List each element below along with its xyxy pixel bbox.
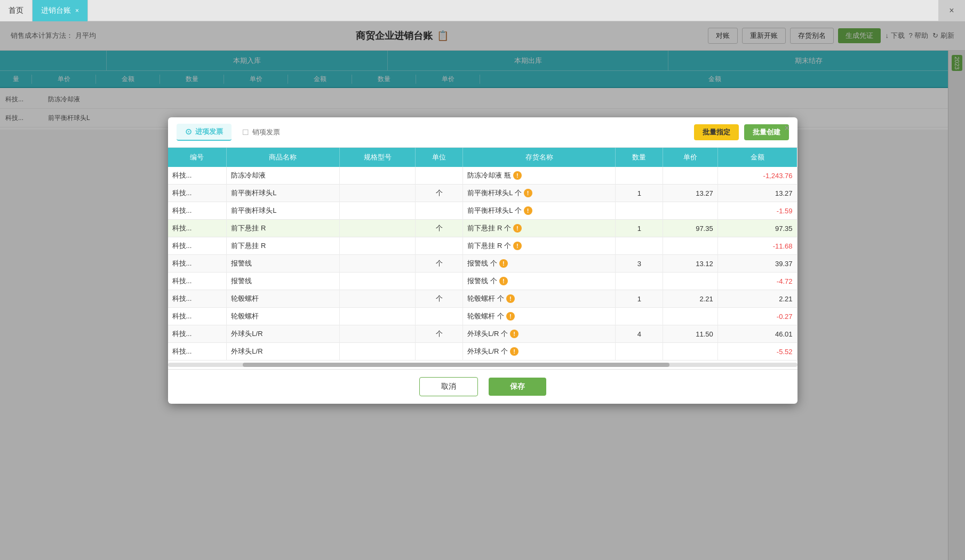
app-container: 首页 进销台账 × × 销售成本计算方法： 月平均 商贸企业进销台账 📋 对账 …: [0, 0, 965, 560]
batch-create-button[interactable]: 批量创建: [744, 124, 789, 140]
table-cell: 1: [616, 290, 663, 308]
table-cell: 前下悬挂 R: [227, 220, 339, 237]
table-row[interactable]: 科技...报警线个报警线 个!313.1239.37: [168, 255, 797, 273]
modal-header-actions: 批量指定 批量创建: [694, 124, 789, 140]
warning-icon: !: [524, 206, 532, 215]
table-cell: [339, 237, 416, 255]
table-cell: 39.37: [717, 255, 797, 273]
table-row[interactable]: 科技...前下悬挂 R前下悬挂 R 个!-11.68: [168, 237, 797, 255]
modal-footer: 取消 保存: [168, 369, 797, 404]
table-row[interactable]: 科技...外球头L/R个外球头L/R 个!411.5046.01: [168, 325, 797, 343]
outgoing-tab-icon: ☐: [242, 128, 249, 137]
scrollbar-thumb[interactable]: [243, 363, 669, 367]
table-cell: [416, 237, 463, 255]
modal-close-button[interactable]: ×: [784, 123, 790, 134]
table-row[interactable]: 科技...报警线报警线 个!-4.72: [168, 273, 797, 290]
tab-ledger[interactable]: 进销台账 ×: [33, 0, 88, 21]
table-cell: 科技...: [168, 290, 227, 308]
warning-icon: !: [510, 347, 519, 356]
table-row[interactable]: 科技...前平衡杆球头L个前平衡杆球头L 个!113.2713.27: [168, 185, 797, 202]
table-cell: [663, 343, 717, 361]
table-cell: 97.35: [717, 220, 797, 237]
table-cell: 科技...: [168, 308, 227, 325]
table-cell: 1: [616, 220, 663, 237]
table-cell: -4.72: [717, 273, 797, 290]
window-close-button[interactable]: ×: [938, 0, 965, 21]
table-cell: 2.21: [663, 290, 717, 308]
table-cell: -11.68: [717, 237, 797, 255]
modal-header: ⊙ 进项发票 ☐ 销项发票 批量指定 批量创建 ×: [168, 117, 797, 148]
table-cell: [339, 255, 416, 273]
table-cell: 2.21: [717, 290, 797, 308]
table-cell: 科技...: [168, 255, 227, 273]
inventory-cell: 轮毂螺杆 个!: [463, 308, 616, 325]
warning-icon: !: [506, 312, 515, 321]
inventory-cell: 外球头L/R 个!: [463, 343, 616, 361]
table-cell: 个: [416, 290, 463, 308]
table-cell: [339, 202, 416, 220]
tab-incoming-invoice[interactable]: ⊙ 进项发票: [177, 124, 232, 141]
inventory-cell: 防冻冷却液 瓶!: [463, 167, 616, 185]
table-header-row: 编号 商品名称 规格型号 单位 存货名称 数量 单价 金额: [168, 148, 797, 167]
table-cell: -1,243.76: [717, 167, 797, 185]
warning-icon: !: [510, 330, 519, 338]
table-cell: [663, 202, 717, 220]
tab-home[interactable]: 首页: [0, 0, 33, 21]
table-cell: 13.27: [663, 185, 717, 202]
table-cell: [416, 343, 463, 361]
warning-icon: !: [499, 259, 508, 268]
col-header-unit: 单位: [416, 148, 463, 167]
table-cell: -5.52: [717, 343, 797, 361]
table-row[interactable]: 科技...前平衡杆球头L前平衡杆球头L 个!-1.59: [168, 202, 797, 220]
table-row[interactable]: 科技...外球头L/R外球头L/R 个!-5.52: [168, 343, 797, 361]
table-cell: [663, 237, 717, 255]
table-cell: 防冻冷却液: [227, 167, 339, 185]
inventory-cell: 轮毂螺杆 个!: [463, 290, 616, 308]
table-cell: [339, 273, 416, 290]
window-close-icon: ×: [949, 6, 954, 15]
table-cell: 外球头L/R: [227, 325, 339, 343]
tab-close-icon[interactable]: ×: [75, 7, 79, 14]
cancel-button[interactable]: 取消: [419, 377, 478, 396]
batch-assign-button[interactable]: 批量指定: [694, 124, 739, 140]
table-cell: 轮毂螺杆: [227, 308, 339, 325]
table-cell: [416, 308, 463, 325]
incoming-tab-icon: ⊙: [185, 127, 192, 137]
col-header-price: 单价: [663, 148, 717, 167]
inventory-cell: 前下悬挂 R 个!: [463, 237, 616, 255]
table-cell: [339, 185, 416, 202]
warning-icon: !: [524, 189, 532, 197]
table-row[interactable]: 科技...前下悬挂 R个前下悬挂 R 个!197.3597.35: [168, 220, 797, 237]
table-cell: [616, 308, 663, 325]
table-cell: 11.50: [663, 325, 717, 343]
table-cell: 科技...: [168, 167, 227, 185]
col-header-inventory: 存货名称: [463, 148, 616, 167]
table-cell: [663, 308, 717, 325]
col-header-qty: 数量: [616, 148, 663, 167]
invoice-table: 编号 商品名称 规格型号 单位 存货名称 数量 单价 金额 科技...: [168, 148, 797, 361]
tab-outgoing-invoice[interactable]: ☐ 销项发票: [234, 124, 289, 140]
table-cell: 前平衡杆球头L: [227, 202, 339, 220]
table-row[interactable]: 科技...轮毂螺杆轮毂螺杆 个!-0.27: [168, 308, 797, 325]
table-cell: [663, 273, 717, 290]
tab-bar: 首页 进销台账 × ×: [0, 0, 965, 21]
table-cell: 3: [616, 255, 663, 273]
table-row[interactable]: 科技...轮毂螺杆个轮毂螺杆 个!12.212.21: [168, 290, 797, 308]
table-cell: 科技...: [168, 220, 227, 237]
main-content: 销售成本计算方法： 月平均 商贸企业进销台账 📋 对账 重新开账 存货别名 生成…: [0, 21, 965, 560]
table-cell: 科技...: [168, 273, 227, 290]
col-header-company: 编号: [168, 148, 227, 167]
warning-icon: !: [513, 242, 522, 250]
table-cell: [416, 167, 463, 185]
table-cell: 46.01: [717, 325, 797, 343]
tab-home-label: 首页: [9, 6, 23, 15]
table-cell: -1.59: [717, 202, 797, 220]
table-cell: 个: [416, 220, 463, 237]
table-row[interactable]: 科技...防冻冷却液防冻冷却液 瓶!-1,243.76: [168, 167, 797, 185]
table-cell: 科技...: [168, 237, 227, 255]
table-cell: 个: [416, 325, 463, 343]
table-body: 科技...防冻冷却液防冻冷却液 瓶!-1,243.76科技...前平衡杆球头L个…: [168, 167, 797, 361]
horizontal-scrollbar[interactable]: [168, 363, 797, 367]
inventory-cell: 外球头L/R 个!: [463, 325, 616, 343]
save-button[interactable]: 保存: [489, 378, 546, 396]
